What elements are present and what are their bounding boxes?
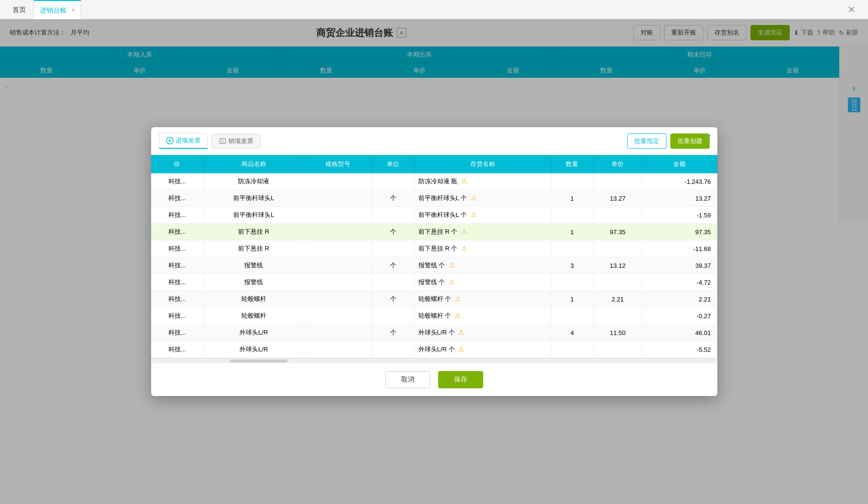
cell-inventory: 前下悬挂 R 个 ⚠ xyxy=(414,240,551,257)
col-unit-price: 单价 xyxy=(594,155,642,173)
cell-amount: -1.59 xyxy=(642,207,717,224)
table-row[interactable]: 科技... 报警线 报警线 个 ⚠ -4.72 xyxy=(151,274,717,291)
modal-header: 进项发票 销项发票 批量指定 批量创建 × xyxy=(151,127,717,155)
modal-close-btn[interactable]: × xyxy=(706,132,712,142)
table-row[interactable]: 科技... 外球头L/R 个 外球头L/R 个 ⚠ 4 11.50 46.01 xyxy=(151,324,717,341)
cell-unit-price xyxy=(594,274,642,291)
warning-icon: ⚠ xyxy=(449,261,455,269)
table-row[interactable]: 科技... 前下悬挂 R 前下悬挂 R 个 ⚠ -11.68 xyxy=(151,240,717,257)
cell-amount: -11.68 xyxy=(642,240,717,257)
cell-unit-price xyxy=(594,308,642,324)
cell-spec xyxy=(304,240,372,257)
cell-inventory: 外球头L/R 个 ⚠ xyxy=(414,324,551,341)
cell-company: 科技... xyxy=(151,274,203,291)
col-unit: 单位 xyxy=(372,155,414,173)
cell-unit xyxy=(372,207,414,224)
cell-qty xyxy=(551,207,593,224)
cell-unit xyxy=(372,274,414,291)
col-spec: 规格型号 xyxy=(304,155,372,173)
cell-product: 外球头L/R xyxy=(203,341,304,358)
cell-unit xyxy=(372,173,414,190)
col-qty: 数量 xyxy=(551,155,593,173)
cell-unit-price: 2.21 xyxy=(594,291,642,308)
cell-inventory: 轮毂螺杆 个 ⚠ xyxy=(414,291,551,308)
cell-spec xyxy=(304,324,372,341)
col-product-name: 商品名称 xyxy=(203,155,304,173)
cell-inventory: 前平衡杆球头L 个 ⚠ xyxy=(414,207,551,224)
modal-table-wrap[interactable]: 你 商品名称 规格型号 单位 存货名称 数量 单价 金额 科技... 防冻冷却液 xyxy=(151,155,717,358)
tab-bar: 首页 进销台账 × ✕ xyxy=(0,0,868,19)
btn-save[interactable]: 保存 xyxy=(438,371,483,388)
cell-company: 科技... xyxy=(151,324,203,341)
btn-batch-assign[interactable]: 批量指定 xyxy=(627,133,666,149)
table-row[interactable]: 科技... 防冻冷却液 防冻冷却液 瓶 ⚠ -1,243.76 xyxy=(151,173,717,190)
cell-qty xyxy=(551,308,593,324)
cell-spec xyxy=(304,190,372,207)
cell-qty xyxy=(551,173,593,190)
modal-header-actions: 批量指定 批量创建 xyxy=(627,133,710,149)
btn-batch-create[interactable]: 批量创建 xyxy=(670,133,710,149)
cell-company: 科技... xyxy=(151,207,203,224)
cell-inventory: 外球头L/R 个 ⚠ xyxy=(414,341,551,358)
table-row[interactable]: 科技... 轮毂螺杆 轮毂螺杆 个 ⚠ -0.27 xyxy=(151,308,717,324)
cell-spec xyxy=(304,291,372,308)
cell-product: 报警线 xyxy=(203,274,304,291)
cell-product: 防冻冷却液 xyxy=(203,173,304,190)
cell-inventory: 报警线 个 ⚠ xyxy=(414,274,551,291)
warning-icon: ⚠ xyxy=(461,177,467,185)
cell-inventory: 前下悬挂 R 个 ⚠ xyxy=(414,224,551,240)
cell-company: 科技... xyxy=(151,240,203,257)
warning-icon: ⚠ xyxy=(471,211,477,218)
cell-product: 外球头L/R xyxy=(203,324,304,341)
cell-unit: 个 xyxy=(372,324,414,341)
table-row[interactable]: 科技... 前下悬挂 R 个 前下悬挂 R 个 ⚠ 1 97.35 97.35 xyxy=(151,224,717,240)
cell-amount: -1,243.76 xyxy=(642,173,717,190)
cell-unit-price xyxy=(594,341,642,358)
cell-spec xyxy=(304,207,372,224)
cell-spec xyxy=(304,257,372,274)
cell-unit xyxy=(372,240,414,257)
cell-unit xyxy=(372,341,414,358)
cell-spec xyxy=(304,274,372,291)
warning-icon: ⚠ xyxy=(461,228,467,235)
cell-inventory: 防冻冷却液 瓶 ⚠ xyxy=(414,173,551,190)
modal-dialog: 进项发票 销项发票 批量指定 批量创建 × 你 xyxy=(151,127,717,396)
tab-active[interactable]: 进销台账 × xyxy=(34,0,81,19)
cell-product: 轮毂螺杆 xyxy=(203,291,304,308)
scrollbar-thumb[interactable] xyxy=(230,360,287,362)
cell-company: 科技... xyxy=(151,257,203,274)
modal-scrollbar[interactable] xyxy=(151,358,717,363)
cell-product: 前平衡杆球头L xyxy=(203,190,304,207)
btn-cancel[interactable]: 取消 xyxy=(385,371,430,388)
modal-footer: 取消 保存 xyxy=(151,363,717,396)
cell-amount: -5.52 xyxy=(642,341,717,358)
main-area: 销售成本计算方法： 月平均 商贸企业进销台账 ≡ 对账 重新开账 存货别名 生成… xyxy=(0,19,868,504)
window-close-btn[interactable]: ✕ xyxy=(840,4,863,15)
tab-sales-invoice[interactable]: 销项发票 xyxy=(212,133,261,149)
cell-inventory: 轮毂螺杆 个 ⚠ xyxy=(414,308,551,324)
table-row[interactable]: 科技... 前平衡杆球头L 前平衡杆球头L 个 ⚠ -1.59 xyxy=(151,207,717,224)
cell-qty: 4 xyxy=(551,324,593,341)
table-row[interactable]: 科技... 报警线 个 报警线 个 ⚠ 3 13.12 39.37 xyxy=(151,257,717,274)
cell-unit-price: 13.27 xyxy=(594,190,642,207)
cell-amount: 2.21 xyxy=(642,291,717,308)
warning-icon: ⚠ xyxy=(458,345,464,353)
cell-company: 科技... xyxy=(151,224,203,240)
cell-amount: 13.27 xyxy=(642,190,717,207)
tab-close-btn[interactable]: × xyxy=(71,0,75,20)
cell-product: 轮毂螺杆 xyxy=(203,308,304,324)
table-row[interactable]: 科技... 轮毂螺杆 个 轮毂螺杆 个 ⚠ 1 2.21 2.21 xyxy=(151,291,717,308)
table-row[interactable]: 科技... 外球头L/R 外球头L/R 个 ⚠ -5.52 xyxy=(151,341,717,358)
cell-unit-price: 97.35 xyxy=(594,224,642,240)
tab-home[interactable]: 首页 xyxy=(5,0,34,19)
col-amount: 金额 xyxy=(642,155,717,173)
table-row[interactable]: 科技... 前平衡杆球头L 个 前平衡杆球头L 个 ⚠ 1 13.27 13.2… xyxy=(151,190,717,207)
warning-icon: ⚠ xyxy=(455,295,461,302)
warning-icon: ⚠ xyxy=(471,194,477,202)
cell-product: 前下悬挂 R xyxy=(203,224,304,240)
warning-icon: ⚠ xyxy=(449,278,455,286)
cell-spec xyxy=(304,224,372,240)
cell-amount: 39.37 xyxy=(642,257,717,274)
tab-purchase-invoice[interactable]: 进项发票 xyxy=(159,133,208,149)
svg-rect-1 xyxy=(220,139,226,144)
